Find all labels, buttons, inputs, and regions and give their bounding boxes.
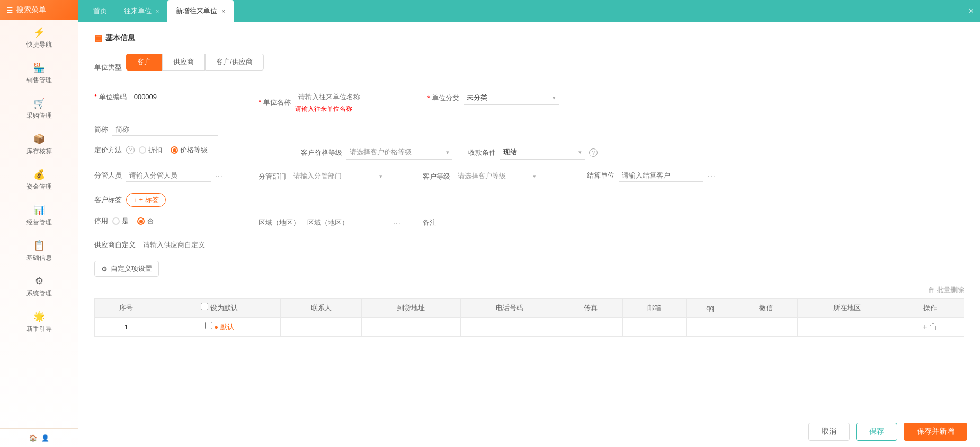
table-column-header: 传真 (559, 299, 622, 318)
table-select-all[interactable] (201, 303, 208, 310)
payment-terms-field: 收款条件 现结 ▾ ? (468, 145, 617, 160)
manager-field: 分管人员 ··· (94, 169, 243, 182)
contacts-table: 序号 设为默认联系人到货地址电话号码传真邮箱qq微信所在地区操作 1 ● 默认+… (94, 298, 964, 337)
abbreviation-field: 简称 (94, 123, 243, 136)
form-area: ▣ 基本信息 单位类型 客户供应商客户/供应商 单位编码 单位名称 请输入往来单… (78, 22, 980, 416)
remark-input[interactable] (441, 216, 578, 229)
unit-name-input[interactable] (295, 91, 412, 103)
pricing-discount-option[interactable]: 折扣 (139, 145, 162, 155)
search-icon: ☰ (6, 6, 13, 14)
manager-label: 分管人员 (94, 171, 122, 180)
tab-new-contact[interactable]: 新增往来单位× (167, 0, 233, 22)
disabled-no-option[interactable]: 否 (137, 216, 154, 226)
settlement-unit-label: 结算单位 (587, 171, 614, 180)
region-field: 区域（地区） ··· (259, 216, 407, 229)
unit-code-label: 单位编码 (94, 92, 127, 102)
sidebar-item-purchase[interactable]: 🛒采购管理 (0, 91, 78, 127)
unit-category-label: 单位分类 (427, 93, 460, 103)
table-row-delete-button[interactable]: 🗑 (929, 322, 938, 331)
unit-code-input[interactable] (131, 91, 237, 103)
pricing-discount-radio (139, 146, 146, 154)
tab-close-new-contact[interactable]: × (221, 8, 225, 14)
unit-type-both-button[interactable]: 客户/供应商 (205, 54, 264, 71)
table-column-header: 邮箱 (622, 299, 686, 318)
customer-price-level-field: 客户价格等级 请选择客户价格等级 ▾ (301, 145, 452, 160)
sidebar-item-quick-nav[interactable]: ⚡快捷导航 (0, 20, 78, 56)
sidebar-search[interactable]: ☰ 搜索菜单 (0, 0, 78, 20)
abbreviation-input[interactable] (112, 123, 218, 136)
supplier-custom-input[interactable] (140, 239, 267, 251)
unit-name-input-group: 请输入往来单位名称 (295, 91, 412, 113)
unit-category-field: 单位分类 未分类 ▾ (427, 91, 576, 105)
settlement-unit-input[interactable] (619, 169, 703, 182)
remark-label: 备注 (423, 218, 436, 227)
unit-type-supplier-button[interactable]: 供应商 (162, 54, 205, 71)
unit-category-select[interactable]: 未分类 ▾ (464, 91, 559, 105)
customer-price-level-select[interactable]: 请选择客户价格等级 ▾ (346, 145, 452, 160)
tag-field: 客户标签 + + 标签 (94, 193, 243, 207)
supplier-custom-row: 供应商自定义 (94, 239, 964, 251)
pricing-level-option[interactable]: 价格等级 (171, 145, 208, 155)
settlement-unit-dots-button[interactable]: ··· (708, 171, 716, 180)
sidebar-item-guide[interactable]: 🌟新手引导 (0, 304, 78, 340)
sidebar-item-sales[interactable]: 🏪销售管理 (0, 56, 78, 91)
pricing-level-radio (171, 146, 178, 154)
sidebar-item-basic-info[interactable]: 📋基础信息 (0, 233, 78, 269)
form-footer: 取消 保存 保存并新增 (78, 416, 980, 447)
table-column-header: 到货地址 (362, 299, 460, 318)
region-input[interactable] (304, 216, 389, 229)
save-button[interactable]: 保存 (856, 423, 897, 441)
pricing-radio-group: 折扣 价格等级 (139, 145, 208, 155)
unit-code-field: 单位编码 (94, 91, 243, 103)
disabled-region-row: 停用 是 否 区域（地区） ··· 备注 (94, 216, 964, 229)
table-header: 序号 设为默认联系人到货地址电话号码传真邮箱qq微信所在地区操作 (95, 299, 964, 318)
code-name-category-row: 单位编码 单位名称 请输入往来单位名称 单位分类 未分类 ▾ (94, 91, 964, 113)
batch-delete-icon: 🗑 (928, 286, 934, 294)
table-row-add-button[interactable]: + (922, 322, 927, 331)
manager-row: 分管人员 ··· 分管部门 请输入分管部门 ▾ 客户等级 请选择客户等级 ▾ (94, 169, 964, 183)
sidebar-item-system[interactable]: ⚙系统管理 (0, 269, 78, 304)
add-tag-button[interactable]: + + 标签 (126, 193, 166, 207)
department-select[interactable]: 请输入分管部门 ▾ (290, 169, 386, 183)
cancel-button[interactable]: 取消 (808, 423, 850, 441)
unit-type-group: 客户供应商客户/供应商 (126, 54, 264, 71)
unit-name-label: 单位名称 (259, 98, 291, 107)
disabled-yes-option[interactable]: 是 (112, 216, 129, 226)
remark-field: 备注 (423, 216, 578, 229)
disabled-radio-group: 是 否 (112, 216, 154, 226)
table-column-header: 电话号码 (460, 299, 559, 318)
batch-delete-label[interactable]: 批量删除 (937, 285, 964, 295)
section-icon: ▣ (94, 33, 102, 43)
tag-label: 客户标签 (94, 195, 122, 205)
tab-contacts[interactable]: 往来单位× (115, 0, 167, 22)
payment-help-icon[interactable]: ? (589, 148, 598, 157)
customer-level-chevron: ▾ (533, 173, 536, 180)
custom-settings-button[interactable]: ⚙ 自定义项设置 (94, 261, 159, 277)
window-close-button[interactable]: × (969, 6, 974, 16)
table-column-header: 联系人 (281, 299, 362, 318)
disabled-no-radio (137, 217, 145, 225)
payment-terms-select[interactable]: 现结 ▾ (500, 145, 585, 160)
customer-level-label: 客户等级 (423, 172, 450, 181)
pricing-help-icon[interactable]: ? (126, 146, 135, 154)
sidebar-item-inventory[interactable]: 📦库存核算 (0, 127, 78, 162)
department-chevron: ▾ (379, 173, 382, 180)
unit-category-chevron: ▾ (553, 94, 556, 101)
sidebar: ☰ 搜索菜单 ⚡快捷导航🏪销售管理🛒采购管理📦库存核算💰资金管理📊经营管理📋基础… (0, 0, 78, 447)
customer-level-select[interactable]: 请选择客户等级 ▾ (455, 169, 539, 183)
manager-dots-button[interactable]: ··· (215, 171, 223, 180)
unit-type-customer-button[interactable]: 客户 (126, 54, 162, 71)
region-dots-button[interactable]: ··· (393, 218, 401, 227)
region-label: 区域（地区） (259, 218, 300, 227)
table-column-header: 设为默认 (158, 299, 280, 318)
tab-home[interactable]: 首页 (85, 0, 115, 22)
disabled-label: 停用 (94, 216, 108, 226)
sidebar-item-finance[interactable]: 💰资金管理 (0, 162, 78, 198)
tab-close-contacts[interactable]: × (156, 8, 159, 14)
save-new-button[interactable]: 保存并新增 (904, 423, 967, 441)
table-column-header: 操作 (896, 299, 964, 318)
manager-input[interactable] (126, 169, 211, 182)
sidebar-item-operations[interactable]: 📊经营管理 (0, 198, 78, 233)
disabled-yes-radio (112, 217, 120, 225)
supplier-custom-field: 供应商自定义 (94, 239, 285, 251)
